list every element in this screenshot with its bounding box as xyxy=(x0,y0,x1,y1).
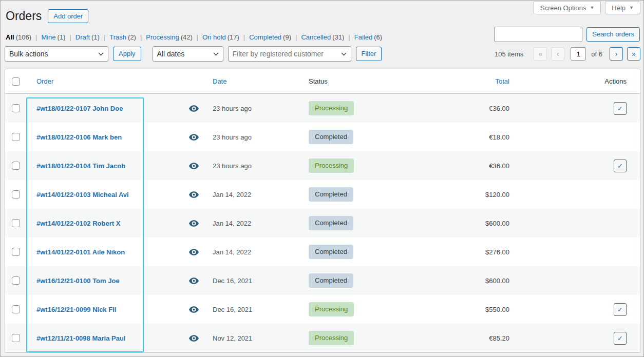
complete-order-button[interactable]: ✓ xyxy=(614,303,627,316)
chevron-down-icon: ▼ xyxy=(629,6,634,10)
preview-eye-icon[interactable] xyxy=(189,105,199,112)
row-checkbox[interactable] xyxy=(12,219,20,227)
orders-admin-page: Screen Options ▼ Help ▼ Orders Add order… xyxy=(0,0,644,357)
table-row: #wt14/01/22-0102 Robert X Jan 14, 2022 C… xyxy=(5,209,640,237)
preview-eye-icon[interactable] xyxy=(189,249,199,255)
order-date: Dec 16, 2021 xyxy=(206,306,299,313)
row-checkbox[interactable] xyxy=(12,104,20,112)
status-filter-mine[interactable]: Mine(1) xyxy=(41,33,65,41)
column-header-total[interactable]: Total xyxy=(496,77,509,85)
help-button[interactable]: Help ▼ xyxy=(605,2,640,14)
order-total: $120.00 xyxy=(402,191,509,199)
preview-eye-icon[interactable] xyxy=(189,191,199,198)
order-link[interactable]: #wt14/01/22-0102 Robert X xyxy=(36,220,120,227)
page-title: Orders xyxy=(6,9,42,24)
next-page-button[interactable]: › xyxy=(610,47,623,61)
apply-button[interactable]: Apply xyxy=(113,47,141,61)
status-filter-cancelled[interactable]: Cancelled(31) xyxy=(301,33,344,41)
column-header-order[interactable]: Order xyxy=(36,77,53,85)
status-filter-on-hold[interactable]: On hold(17) xyxy=(202,33,239,41)
row-checkbox[interactable] xyxy=(12,190,20,199)
preview-eye-icon[interactable] xyxy=(189,335,199,342)
column-header-date[interactable]: Date xyxy=(213,77,226,85)
preview-eye-icon[interactable] xyxy=(189,220,199,227)
filter-count: (31) xyxy=(332,33,344,41)
table-row: #wt12/11/21-0098 Maria Paul Nov 12, 2021… xyxy=(5,324,640,352)
column-header-status: Status xyxy=(309,77,328,85)
order-link[interactable]: #wt14/01/22-0103 Micheal Avi xyxy=(36,191,129,199)
status-badge: Processing xyxy=(309,101,354,115)
search-orders-button[interactable]: Search orders xyxy=(586,27,640,42)
filter-label: All xyxy=(6,33,14,41)
add-order-button[interactable]: Add order xyxy=(48,9,88,24)
order-total: €36.00 xyxy=(402,105,509,112)
customer-filter-placeholder: Filter by registered customer xyxy=(233,50,324,58)
status-badge: Completed xyxy=(309,245,353,259)
status-filter-failed[interactable]: Failed(6) xyxy=(354,33,382,41)
current-page-input[interactable] xyxy=(571,47,586,61)
order-link[interactable]: #wt16/12/21-0099 Nick Fil xyxy=(36,306,116,313)
screen-options-button[interactable]: Screen Options ▼ xyxy=(534,2,601,14)
first-page-button[interactable]: « xyxy=(534,47,547,61)
preview-eye-icon[interactable] xyxy=(189,277,199,284)
order-link[interactable]: #wt18/01/22-0107 John Doe xyxy=(36,105,123,112)
complete-order-button[interactable]: ✓ xyxy=(614,102,627,115)
order-link[interactable]: #wt18/01/22-0106 Mark ben xyxy=(36,133,122,141)
order-link[interactable]: #wt14/01/22-0101 Aile Nikon xyxy=(36,248,125,256)
check-icon: ✓ xyxy=(617,335,623,342)
complete-order-button[interactable]: ✓ xyxy=(614,332,627,345)
table-header-row: Order Date Status Total Actions xyxy=(5,69,640,94)
column-header-actions: Actions xyxy=(604,77,627,85)
filter-count: (9) xyxy=(283,33,291,41)
preview-eye-icon[interactable] xyxy=(189,306,199,313)
status-filter-trash[interactable]: Trash(2) xyxy=(109,33,136,41)
search-orders-input[interactable] xyxy=(494,27,582,42)
orders-table: Order Date Status Total Actions #wt18/01… xyxy=(5,69,640,353)
row-checkbox[interactable] xyxy=(12,162,20,170)
status-filter-completed[interactable]: Completed(9) xyxy=(249,33,291,41)
help-label: Help xyxy=(612,4,626,12)
status-badge: Completed xyxy=(309,130,353,144)
filter-label: Cancelled xyxy=(301,33,331,41)
status-filter-processing[interactable]: Processing(42) xyxy=(146,33,192,41)
date-filter-value: All dates xyxy=(157,50,185,58)
filter-label: Completed xyxy=(249,33,281,41)
bulk-actions-select[interactable]: Bulk actions xyxy=(5,46,108,62)
row-checkbox[interactable] xyxy=(12,334,20,342)
select-all-checkbox[interactable] xyxy=(12,77,20,86)
filter-label: Failed xyxy=(354,33,372,41)
order-date: 23 hours ago xyxy=(206,133,299,141)
table-toolbar: Bulk actions Apply All dates Filter by r… xyxy=(5,46,640,62)
prev-page-button[interactable]: ‹ xyxy=(551,47,564,61)
filter-label: Draft xyxy=(75,33,90,41)
order-link[interactable]: #wt18/01/22-0104 Tim Jacob xyxy=(36,162,125,170)
preview-eye-icon[interactable] xyxy=(189,134,199,141)
date-filter-select[interactable]: All dates xyxy=(153,46,223,62)
status-filter-all[interactable]: All(106) xyxy=(6,33,31,41)
filter-count: (6) xyxy=(374,33,382,41)
chevron-down-icon: ▼ xyxy=(590,6,594,10)
top-buttons: Screen Options ▼ Help ▼ xyxy=(534,2,640,14)
order-date: Nov 12, 2021 xyxy=(206,334,299,342)
table-row: #wt18/01/22-0104 Tim Jacob 23 hours ago … xyxy=(5,151,640,180)
status-filter-list: All(106) Mine(1) Draft(1) Trash(2) Proce… xyxy=(6,33,382,41)
order-link[interactable]: #wt12/11/21-0098 Maria Paul xyxy=(36,334,125,342)
row-checkbox[interactable] xyxy=(12,276,20,285)
check-icon: ✓ xyxy=(617,163,623,169)
status-badge: Processing xyxy=(309,158,354,173)
status-filter-draft[interactable]: Draft(1) xyxy=(75,33,100,41)
row-checkbox[interactable] xyxy=(12,305,20,313)
complete-order-button[interactable]: ✓ xyxy=(614,160,627,172)
row-checkbox[interactable] xyxy=(12,133,20,141)
last-page-button[interactable]: » xyxy=(627,47,640,61)
customer-filter-select[interactable]: Filter by registered customer xyxy=(228,46,351,62)
search-area: Search orders xyxy=(494,27,640,42)
filter-button[interactable]: Filter xyxy=(356,47,382,61)
preview-eye-icon[interactable] xyxy=(189,163,199,169)
order-link[interactable]: #wt16/12/21-0100 Tom Joe xyxy=(36,277,120,285)
row-checkbox[interactable] xyxy=(12,248,20,256)
order-date: Jan 14, 2022 xyxy=(206,220,299,227)
filter-label: Processing xyxy=(146,33,179,41)
screen-options-label: Screen Options xyxy=(540,4,586,12)
filter-count: (1) xyxy=(58,33,66,41)
